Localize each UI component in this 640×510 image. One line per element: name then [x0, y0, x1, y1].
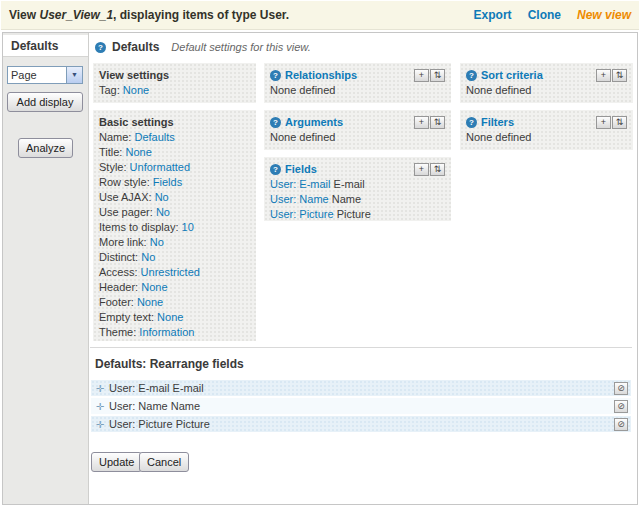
display-header: ? Defaults Default settings for this vie…: [95, 40, 311, 54]
setting-value-link[interactable]: Fields: [153, 176, 182, 188]
add-icon[interactable]: +: [414, 163, 429, 176]
views-header: View User_View_1, displaying items of ty…: [1, 1, 639, 30]
rearrange-icon[interactable]: ⇅: [430, 163, 445, 176]
export-link[interactable]: Export: [474, 8, 512, 22]
relationships-box: ? Relationships + ⇅ None defined: [264, 63, 451, 103]
add-icon[interactable]: +: [596, 69, 611, 82]
arguments-title-link[interactable]: Arguments: [285, 115, 343, 130]
help-icon[interactable]: ?: [466, 70, 477, 81]
setting-label: Row style:: [99, 176, 150, 188]
setting-value-link[interactable]: None: [123, 84, 149, 96]
setting-label: Distinct:: [99, 251, 138, 263]
field-label: E-mail: [334, 178, 365, 190]
setting-value-link[interactable]: Unformatted: [130, 161, 191, 173]
setting-label: Items to display:: [99, 221, 178, 233]
arguments-box: ? Arguments + ⇅ None defined: [264, 110, 451, 150]
fields-title-link[interactable]: Fields: [285, 162, 317, 177]
display-settings-pane: ? Defaults Default settings for this vie…: [90, 33, 637, 504]
setting-line: Footer: None: [99, 295, 250, 310]
fields-actions: + ⇅: [413, 163, 445, 176]
field-link[interactable]: User: E-mail: [270, 178, 331, 190]
view-name: User_View_1: [39, 8, 113, 22]
drag-handle-icon[interactable]: ✛: [91, 383, 109, 394]
setting-value-link[interactable]: None: [157, 311, 183, 323]
setting-line: Header: None: [99, 280, 250, 295]
setting-value-link[interactable]: None: [137, 296, 163, 308]
new-view-link[interactable]: New view: [577, 8, 631, 22]
analyze-button[interactable]: Analyze: [18, 138, 73, 158]
filters-empty: None defined: [466, 130, 627, 145]
setting-value-link[interactable]: Unrestricted: [141, 266, 200, 278]
fields-header: ? Fields + ⇅: [270, 162, 445, 177]
setting-label: Title:: [99, 146, 122, 158]
setting-line: More link: No: [99, 235, 250, 250]
filters-title-link[interactable]: Filters: [481, 115, 514, 130]
relationships-actions: + ⇅: [413, 69, 445, 82]
table-row: ✛ User: E-mail E-mail ⊘: [91, 380, 631, 397]
arguments-header: ? Arguments + ⇅: [270, 115, 445, 130]
help-icon[interactable]: ?: [270, 70, 281, 81]
field-item: User: Name Name: [270, 192, 445, 207]
rearrange-icon[interactable]: ⇅: [430, 69, 445, 82]
setting-label: Tag:: [99, 84, 120, 96]
relationships-title-link[interactable]: Relationships: [285, 68, 357, 83]
drag-handle-icon[interactable]: ✛: [91, 401, 109, 412]
setting-value-link[interactable]: Information: [139, 326, 194, 338]
cancel-button[interactable]: Cancel: [139, 452, 189, 472]
chevron-down-icon: ▼: [66, 67, 82, 83]
add-icon[interactable]: +: [596, 116, 611, 129]
setting-label: More link:: [99, 236, 147, 248]
basic-settings-box: Basic settings Name: Defaults Title: Non…: [93, 110, 256, 341]
setting-value-link[interactable]: Defaults: [134, 131, 174, 143]
add-display-button[interactable]: Add display: [7, 92, 83, 112]
setting-value-link[interactable]: No: [141, 251, 155, 263]
rearrange-fields-title: Defaults: Rearrange fields: [95, 357, 244, 371]
setting-line: Row style: Fields: [99, 175, 250, 190]
remove-icon[interactable]: ⊘: [614, 400, 628, 413]
field-link[interactable]: User: Name: [270, 193, 329, 205]
display-type-value: Page: [8, 69, 66, 81]
filters-box: ? Filters + ⇅ None defined: [460, 110, 633, 150]
setting-value-link[interactable]: 10: [182, 221, 194, 233]
tab-defaults[interactable]: Defaults: [3, 35, 88, 57]
add-icon[interactable]: +: [414, 69, 429, 82]
fields-box: ? Fields + ⇅ User: E-mail E-mail User: N…: [264, 157, 451, 221]
drag-handle-icon[interactable]: ✛: [91, 419, 109, 430]
sort-criteria-empty: None defined: [466, 83, 627, 98]
display-sidebar: Defaults Page ▼ Add display Analyze: [3, 33, 89, 504]
relationships-header: ? Relationships + ⇅: [270, 68, 445, 83]
rearrange-icon[interactable]: ⇅: [612, 116, 627, 129]
views-ui-container: Defaults Page ▼ Add display Analyze ? De…: [2, 32, 638, 505]
setting-line: Theme: Information: [99, 325, 250, 340]
help-icon[interactable]: ?: [95, 42, 106, 53]
setting-value-link[interactable]: None: [126, 146, 152, 158]
view-settings-title: View settings: [99, 68, 250, 83]
sort-criteria-title-link[interactable]: Sort criteria: [481, 68, 543, 83]
help-icon[interactable]: ?: [270, 117, 281, 128]
section-divider: [90, 347, 632, 348]
filters-header: ? Filters + ⇅: [466, 115, 627, 130]
rearrange-icon[interactable]: ⇅: [430, 116, 445, 129]
setting-value-link[interactable]: None: [141, 281, 167, 293]
setting-value-link[interactable]: No: [156, 206, 170, 218]
setting-label: Name:: [99, 131, 131, 143]
add-icon[interactable]: +: [414, 116, 429, 129]
remove-icon[interactable]: ⊘: [614, 418, 628, 431]
setting-value-link[interactable]: No: [155, 191, 169, 203]
row-label: User: E-mail E-mail: [109, 382, 614, 394]
setting-value-link[interactable]: No: [150, 236, 164, 248]
arguments-empty: None defined: [270, 130, 445, 145]
clone-link[interactable]: Clone: [528, 8, 561, 22]
help-icon[interactable]: ?: [270, 164, 281, 175]
display-type-select[interactable]: Page ▼: [7, 66, 83, 84]
arguments-actions: + ⇅: [413, 116, 445, 129]
row-label: User: Picture Picture: [109, 418, 614, 430]
update-button[interactable]: Update: [91, 452, 142, 472]
field-link[interactable]: User: Picture: [270, 208, 334, 220]
view-settings-box: View settings Tag: None: [93, 63, 256, 103]
help-icon[interactable]: ?: [466, 117, 477, 128]
rearrange-icon[interactable]: ⇅: [612, 69, 627, 82]
table-row: ✛ User: Name Name ⊘: [91, 398, 631, 415]
remove-icon[interactable]: ⊘: [614, 382, 628, 395]
field-label: Name: [332, 193, 361, 205]
